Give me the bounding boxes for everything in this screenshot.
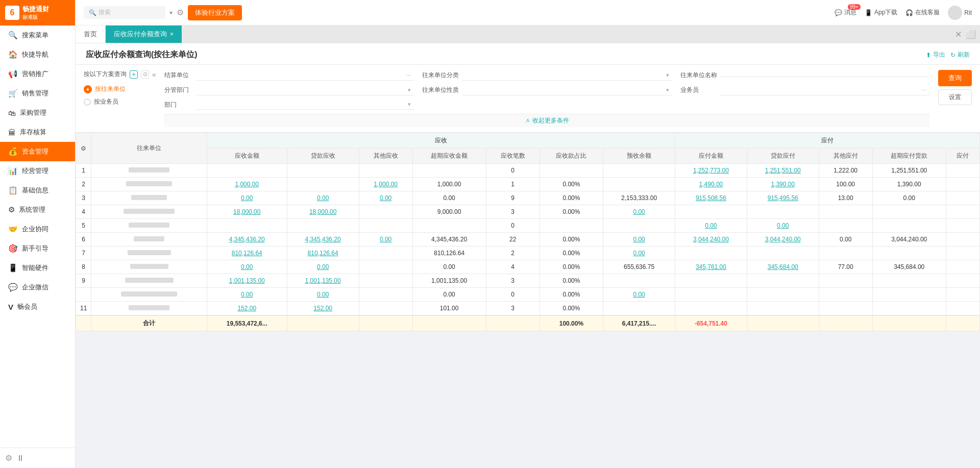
- th-advance-balance: 预收余额: [603, 149, 675, 164]
- company-5: [91, 219, 207, 233]
- overdue-payable-8: 345,684.00: [872, 260, 946, 274]
- message-btn[interactable]: 💬 消息 99+: [835, 8, 856, 17]
- sidebar-settings-icon[interactable]: ⚙: [5, 453, 12, 463]
- payable-amount-3: 915,508.56: [675, 191, 747, 205]
- filter-add-button[interactable]: +: [130, 70, 138, 79]
- filter-settings-icon[interactable]: ⊙: [141, 70, 149, 79]
- overdue-receivable-6: 4,345,436.20: [412, 233, 486, 247]
- row-num-3: 3: [76, 191, 91, 205]
- sidebar-logo: 6 畅捷通财 标准版: [0, 0, 75, 26]
- query-button[interactable]: 查询: [938, 70, 972, 86]
- sidebar-label-newguide: 新手引导: [22, 244, 48, 253]
- collapse-bar[interactable]: ∧ 收起更多条件: [164, 114, 930, 127]
- tab-close-window-icon[interactable]: ✕: [955, 30, 962, 39]
- sidebar-item-hardware[interactable]: 📱 智能硬件: [0, 258, 75, 278]
- sidebar-item-inventory[interactable]: 🏛 库存核算: [0, 122, 75, 142]
- unit-category-input[interactable]: ▾: [462, 70, 672, 81]
- loan-receivable-4: 18,000.00: [287, 205, 359, 219]
- loan-receivable-3: 0.00: [287, 191, 359, 205]
- user-avatar-area[interactable]: Rit: [948, 6, 972, 20]
- sidebar-item-enterprise[interactable]: 🤝 企业协同: [0, 219, 75, 239]
- sidebar-item-finance[interactable]: 💰 资金管理: [0, 142, 75, 161]
- receivable-ratio-5: [540, 219, 603, 233]
- row-num-10: [76, 288, 91, 302]
- loan-receivable-9: 1,001,135.00: [287, 274, 359, 288]
- topbar-gear-icon[interactable]: ⚙: [177, 8, 184, 17]
- sidebar-item-marketing[interactable]: 📢 营销推广: [0, 64, 75, 84]
- sidebar-item-basic[interactable]: 📋 基础信息: [0, 181, 75, 200]
- wechat-icon: 💬: [8, 283, 18, 292]
- tab-expand-icon[interactable]: ⬜: [966, 30, 976, 39]
- loan-receivable-10: 0.00: [287, 288, 359, 302]
- company-3: [91, 191, 207, 205]
- footer-receivable-count: [486, 315, 540, 331]
- export-button[interactable]: ⬆ 导出: [926, 51, 945, 59]
- row-num-7: 7: [76, 247, 91, 260]
- filter-mode-unit[interactable]: ● 按往来单位: [84, 83, 156, 95]
- refresh-button[interactable]: ↻ 刷新: [950, 51, 970, 59]
- loan-payable-11: [747, 302, 819, 316]
- filter-settings-button[interactable]: 设置: [938, 89, 972, 105]
- sidebar-item-purchase[interactable]: 🛍 采购管理: [0, 103, 75, 122]
- receivable-amount-2: 1,000.00: [207, 178, 287, 191]
- overdue-receivable-1: [412, 164, 486, 178]
- dept-input[interactable]: ▾: [196, 100, 414, 110]
- payable-extra-3: [946, 191, 979, 205]
- topbar-chevron-icon[interactable]: ▾: [169, 9, 173, 16]
- advance-balance-1: [603, 164, 675, 178]
- receivable-ratio-3: 0.00%: [540, 191, 603, 205]
- filter-field-dept: 部门 ▾: [164, 100, 414, 110]
- search-icon: 🔍: [8, 31, 18, 40]
- settlement-unit-dots: ···: [406, 71, 411, 79]
- filter-mode-salesman[interactable]: 按业务员: [84, 95, 156, 108]
- table-row: 0.00 0.00 0.00 0 0.00% 0.00: [76, 288, 980, 302]
- sidebar-item-quicknav[interactable]: 🏠 快捷导航: [0, 45, 75, 64]
- search-placeholder: 搜索: [99, 8, 111, 17]
- other-receivable-4: [359, 205, 412, 219]
- company-header: 往来单位: [91, 133, 207, 164]
- sidebar-item-system[interactable]: ⚙ 系统管理: [0, 200, 75, 219]
- overdue-payable-5: [872, 219, 946, 233]
- settlement-unit-input[interactable]: ···: [196, 70, 414, 81]
- receivable-ratio-9: 0.00%: [540, 274, 603, 288]
- unit-name-input[interactable]: [720, 73, 930, 77]
- overdue-payable-3: 0.00: [872, 191, 946, 205]
- settings-header[interactable]: ⚙: [76, 133, 91, 164]
- sidebar-item-member[interactable]: V 畅会员: [0, 297, 75, 316]
- company-7: [91, 247, 207, 260]
- payable-extra-9: [946, 274, 979, 288]
- main-area: 🔍 搜索 ▾ ⚙ 体验行业方案 💬 消息 99+ 📱 App下载 🎧 在线客服: [76, 0, 980, 468]
- other-payable-10: [819, 288, 872, 302]
- service-btn[interactable]: 🎧 在线客服: [905, 8, 940, 17]
- table-row: 11 152.00 152.00 101.00 3 0.00%: [76, 302, 980, 316]
- receivable-amount-1: [207, 164, 287, 178]
- salesman-input[interactable]: ···: [720, 85, 930, 95]
- unit-nature-input[interactable]: ▾: [462, 85, 672, 95]
- overdue-payable-7: [872, 247, 946, 260]
- sidebar-collapse-icon[interactable]: ⏸: [16, 454, 24, 463]
- filter-collapse-icon[interactable]: «: [152, 70, 156, 79]
- sidebar-item-operations[interactable]: 📊 经营管理: [0, 161, 75, 181]
- sidebar-item-wechat[interactable]: 💬 企业微信: [0, 278, 75, 297]
- sidebar-item-newguide[interactable]: 🎯 新手引导: [0, 239, 75, 258]
- filter-left-panel: 按以下方案查询 + ⊙ « ● 按往来单位: [84, 70, 156, 108]
- service-icon: 🎧: [905, 9, 913, 16]
- table-row: 8 0.00 0.00 0.00 4 0.00% 655,636.75 345,…: [76, 260, 980, 274]
- other-receivable-1: [359, 164, 412, 178]
- dept-admin-input[interactable]: ▾: [196, 85, 414, 95]
- other-receivable-5: [359, 219, 412, 233]
- receivable-ratio-4: 0.00%: [540, 205, 603, 219]
- sidebar-label-operations: 经营管理: [22, 166, 48, 176]
- row-num-5: 5: [76, 219, 91, 233]
- home-icon: 🏠: [8, 50, 18, 59]
- tab-close-icon[interactable]: ×: [170, 31, 174, 38]
- topbar-search-box[interactable]: 🔍 搜索: [84, 6, 165, 19]
- solution-button[interactable]: 体验行业方案: [188, 5, 242, 20]
- payable-extra-7: [946, 247, 979, 260]
- sidebar-item-search[interactable]: 🔍 搜索菜单: [0, 26, 75, 45]
- tab-receivable[interactable]: 应收应付余额查询 ×: [106, 26, 182, 43]
- tab-home[interactable]: 首页: [76, 26, 106, 43]
- app-download-btn[interactable]: 📱 App下载: [865, 8, 897, 17]
- loan-receivable-5: [287, 219, 359, 233]
- sidebar-item-sales[interactable]: 🛒 销售管理: [0, 84, 75, 103]
